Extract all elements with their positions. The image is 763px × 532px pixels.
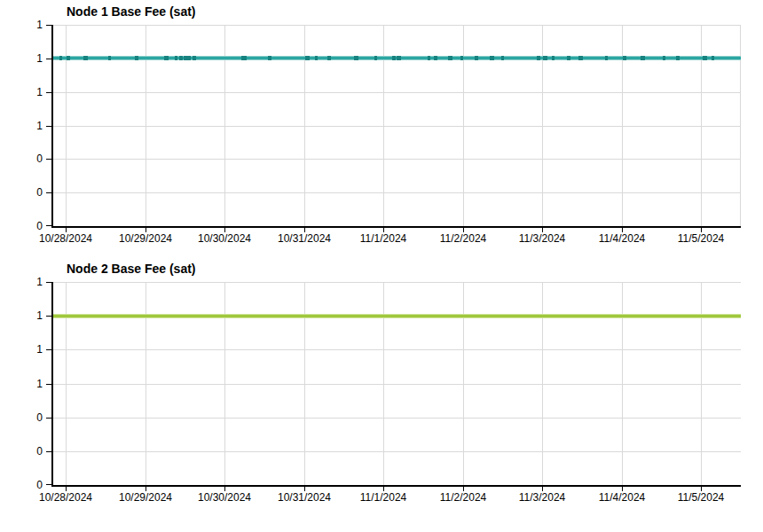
y-tick-label: 0 — [2, 411, 43, 424]
y-tick-label: 1 — [2, 19, 43, 31]
v-gridline — [146, 25, 146, 226]
y-axis-tick — [46, 126, 51, 127]
x-tick-label: 10/28/2024 — [26, 232, 106, 245]
plot-area: 111100010/28/202410/29/202410/30/202410/… — [51, 282, 741, 487]
h-gridline — [53, 126, 741, 127]
x-tick-label: 11/1/2024 — [343, 232, 423, 245]
h-gridline — [53, 451, 741, 452]
x-tick-label: 11/3/2024 — [502, 491, 582, 504]
data-point-marker — [501, 56, 504, 60]
x-tick-label: 11/4/2024 — [582, 232, 662, 245]
y-axis-tick — [46, 316, 51, 317]
h-gridline — [53, 349, 741, 350]
x-tick-label: 11/5/2024 — [661, 232, 741, 245]
data-point-marker — [543, 56, 547, 60]
data-point-marker — [623, 56, 626, 60]
y-axis-tick — [46, 384, 51, 385]
v-gridline — [224, 25, 225, 226]
data-point-marker — [475, 56, 478, 60]
data-point-marker — [327, 56, 331, 60]
y-tick-label: 1 — [2, 378, 43, 390]
h-gridline — [53, 25, 741, 26]
y-axis-tick — [46, 484, 51, 485]
v-gridline — [463, 282, 464, 485]
data-point-marker — [67, 56, 70, 60]
x-tick-label: 10/29/2024 — [106, 491, 185, 504]
data-point-marker — [268, 56, 271, 60]
chart-title: Node 1 Base Fee (sat) — [67, 4, 196, 19]
v-gridline — [701, 25, 702, 226]
x-tick-label: 10/31/2024 — [264, 491, 344, 504]
data-point-marker — [490, 56, 494, 60]
data-point-marker — [188, 56, 191, 60]
v-gridline — [542, 282, 543, 485]
y-tick-label: 1 — [2, 276, 43, 288]
v-gridline — [463, 25, 464, 226]
y-tick-label: 0 — [2, 186, 43, 199]
data-point-marker — [164, 56, 169, 60]
y-axis-tick — [46, 159, 51, 160]
data-point-marker — [397, 56, 401, 60]
v-gridline — [66, 282, 67, 485]
data-point-marker — [552, 56, 555, 60]
data-point-marker — [108, 56, 111, 60]
y-tick-label: 0 — [2, 445, 43, 458]
data-point-marker — [448, 56, 452, 60]
v-gridline — [146, 282, 146, 485]
y-axis-tick — [46, 451, 51, 452]
data-point-marker — [712, 56, 714, 60]
y-axis-tick — [46, 92, 51, 93]
x-tick-label: 11/5/2024 — [661, 491, 741, 504]
data-point-marker — [83, 56, 88, 60]
data-point-marker — [605, 56, 608, 60]
y-tick-label: 1 — [2, 309, 43, 322]
y-tick-label: 1 — [2, 52, 43, 65]
y-tick-label: 0 — [2, 220, 43, 232]
v-gridline — [383, 25, 384, 226]
data-point-marker — [175, 56, 177, 60]
v-gridline — [304, 25, 305, 226]
y-tick-label: 1 — [2, 343, 43, 356]
chart-title: Node 2 Base Fee (sat) — [67, 262, 196, 276]
x-tick-label: 11/4/2024 — [582, 491, 662, 504]
x-tick-label: 10/29/2024 — [106, 232, 185, 245]
v-gridline — [66, 25, 67, 226]
y-axis-tick — [46, 192, 51, 193]
y-tick-label: 1 — [2, 120, 43, 132]
data-point-marker — [578, 56, 583, 60]
data-point-marker — [460, 56, 463, 60]
x-tick-label: 11/1/2024 — [343, 491, 423, 504]
v-gridline — [622, 25, 623, 226]
y-tick-label: 0 — [2, 479, 43, 491]
v-gridline — [701, 282, 702, 485]
y-axis-tick — [46, 59, 51, 59]
v-gridline — [304, 282, 305, 485]
v-gridline — [224, 282, 225, 485]
h-gridline — [53, 418, 741, 419]
y-tick-label: 1 — [2, 86, 43, 98]
v-gridline — [740, 25, 741, 226]
h-gridline — [53, 92, 741, 93]
data-point-marker — [641, 56, 645, 60]
data-point-marker — [305, 56, 310, 60]
data-point-marker — [663, 56, 665, 60]
data-point-marker — [567, 56, 570, 60]
x-tick-label: 11/2/2024 — [423, 491, 503, 504]
data-point-marker — [354, 56, 358, 60]
x-tick-label: 10/28/2024 — [26, 491, 106, 504]
v-gridline — [383, 282, 384, 485]
y-axis-tick — [46, 25, 51, 26]
series-line-node-2-base-fee — [53, 314, 741, 318]
data-point-marker — [179, 56, 183, 60]
h-gridline — [53, 159, 741, 160]
data-point-marker — [315, 56, 318, 60]
data-point-marker — [428, 56, 430, 60]
data-point-marker — [537, 56, 540, 60]
y-axis-tick — [46, 282, 51, 283]
v-gridline — [542, 25, 543, 226]
x-tick-label: 10/31/2024 — [264, 232, 344, 245]
data-point-marker — [59, 56, 62, 60]
h-gridline — [53, 282, 741, 283]
y-tick-label: 0 — [2, 153, 43, 165]
data-point-marker — [392, 56, 396, 60]
